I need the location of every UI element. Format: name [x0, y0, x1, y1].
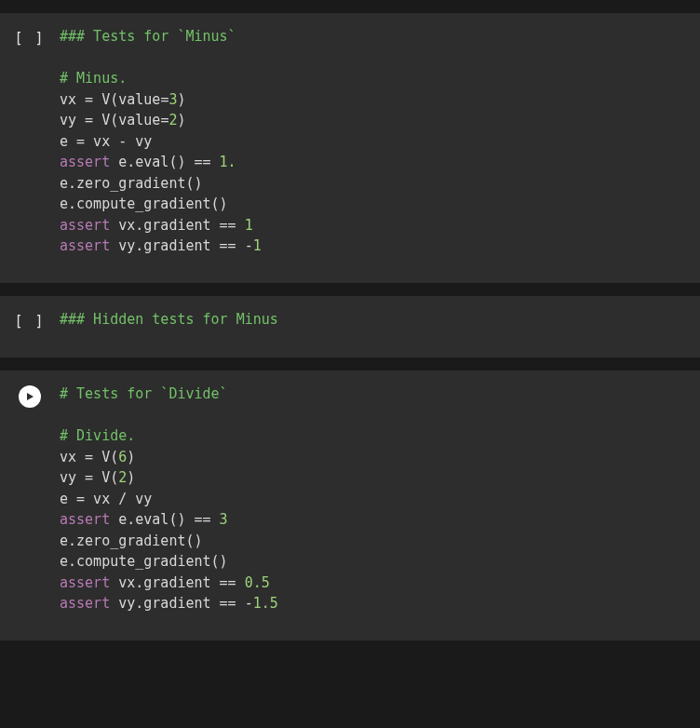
- code-line: vy = V(value=2): [60, 110, 689, 131]
- code-line: vy = V(2): [60, 467, 689, 489]
- code-cell[interactable]: [ ]### Tests for `Minus` # Minus.vx = V(…: [0, 13, 700, 283]
- cell-gutter: [ ]: [0, 309, 60, 332]
- play-icon: [24, 391, 35, 402]
- code-line: e = vx - vy: [60, 131, 689, 153]
- code-line: assert e.eval() == 3: [60, 509, 689, 531]
- cell-gutter: [0, 384, 60, 408]
- code-cell[interactable]: [ ]### Hidden tests for Minus: [0, 296, 700, 358]
- code-content[interactable]: ### Tests for `Minus` # Minus.vx = V(val…: [60, 26, 700, 257]
- code-line: e = vx / vy: [60, 489, 689, 510]
- code-line: [60, 405, 689, 426]
- run-cell-button[interactable]: [19, 385, 41, 408]
- code-line: assert e.eval() == 1.: [60, 152, 689, 173]
- code-line: e.zero_gradient(): [60, 173, 689, 195]
- code-content[interactable]: ### Hidden tests for Minus: [60, 309, 700, 330]
- code-line: ### Hidden tests for Minus: [60, 309, 689, 330]
- code-line: # Divide.: [60, 425, 689, 447]
- code-content[interactable]: # Tests for `Divide` # Divide.vx = V(6)v…: [60, 384, 700, 614]
- notebook-root: [ ]### Tests for `Minus` # Minus.vx = V(…: [0, 13, 700, 640]
- code-line: assert vx.gradient == 1: [60, 215, 689, 236]
- code-cell[interactable]: # Tests for `Divide` # Divide.vx = V(6)v…: [0, 371, 700, 640]
- code-line: # Tests for `Divide`: [60, 384, 689, 405]
- code-line: assert vy.gradient == -1.5: [60, 593, 689, 614]
- code-line: e.compute_gradient(): [60, 194, 689, 215]
- code-line: assert vy.gradient == -1: [60, 236, 689, 257]
- code-line: assert vx.gradient == 0.5: [60, 573, 689, 594]
- code-line: e.compute_gradient(): [60, 551, 689, 573]
- code-line: e.zero_gradient(): [60, 531, 689, 552]
- code-line: vx = V(6): [60, 447, 689, 468]
- exec-bracket: [ ]: [14, 311, 45, 332]
- code-line: vx = V(value=3): [60, 89, 689, 111]
- code-line: [60, 47, 689, 69]
- code-line: # Minus.: [60, 68, 689, 89]
- code-line: ### Tests for `Minus`: [60, 26, 689, 47]
- exec-bracket: [ ]: [14, 28, 45, 49]
- cell-gutter: [ ]: [0, 26, 60, 49]
